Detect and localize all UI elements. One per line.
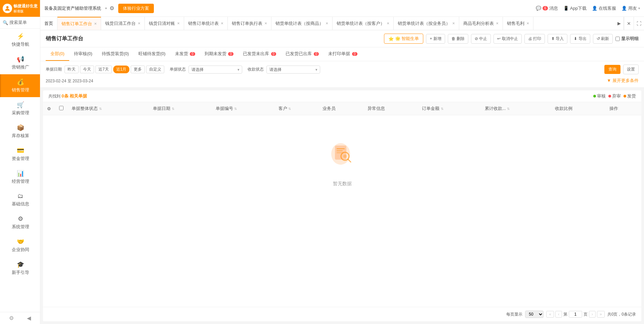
empty-state: 暂无数据 <box>43 115 641 207</box>
tab-cash-reconcile-close[interactable]: ✕ <box>177 22 180 25</box>
date-yesterday-btn[interactable]: 昨天 <box>65 66 79 73</box>
search-row2: 2023-02-24 至 2023-03-24 ▼ 展开更多条件 <box>46 77 639 84</box>
first-page-button[interactable]: « <box>546 311 554 318</box>
tab-product-margin[interactable]: 商品毛利分析表 ✕ <box>459 17 503 30</box>
sidebar-item-basic[interactable]: 🗂 基础信息 <box>0 189 40 211</box>
delete-button[interactable]: 🗑 删除 <box>448 34 468 44</box>
select-all-checkbox[interactable] <box>59 106 63 110</box>
prev-page-button[interactable]: ‹ <box>555 311 562 318</box>
sidebar-item-system[interactable]: ⚙ 系统管理 <box>0 211 40 234</box>
cancel-suspend-button[interactable]: ↩ 取消中止 <box>493 34 521 44</box>
col-customer-sort[interactable]: ⇅ <box>288 107 291 111</box>
batch-ship-btn[interactable]: 发货 <box>624 93 636 99</box>
query-button[interactable]: 查询 <box>604 65 620 74</box>
online-service-button[interactable]: 👤 在线客服 <box>592 5 616 11</box>
show-detail-checkbox-label[interactable]: 显示明细 <box>615 36 639 42</box>
tab-sales-stats-product[interactable]: 销货单统计表（按商品） ✕ <box>271 17 333 30</box>
page-nav: « ‹ 第 页 › » <box>546 311 604 318</box>
suspend-button[interactable]: ⊘ 中止 <box>471 34 491 44</box>
settings-button[interactable]: 设置 <box>623 65 639 74</box>
sidebar-item-quick[interactable]: ⚡ 快捷导航 <box>0 29 40 51</box>
col-date-label: 单据日期 <box>153 106 170 111</box>
tab-sales-stats-staff[interactable]: 销货单统计表（按业务员） ✕ <box>394 17 459 30</box>
sidebar-item-sales[interactable]: 💰 销售管理 <box>0 74 40 97</box>
star-icon: ⭐ <box>388 36 394 41</box>
payment-select[interactable]: 请选择 <box>266 66 320 74</box>
filter-tab-not-shipped[interactable]: 未发货 0 <box>170 47 200 61</box>
batch-cancel-review-btn[interactable]: 弃审 <box>608 93 621 99</box>
date-today-btn[interactable]: 今天 <box>80 66 94 73</box>
sidebar-item-enterprise[interactable]: 🤝 企业协同 <box>0 234 40 257</box>
tab-cash-daily-close[interactable]: ✕ <box>138 22 140 25</box>
add-button[interactable]: + 新增 <box>426 34 445 44</box>
batch-review-btn[interactable]: 审核 <box>593 93 606 99</box>
tab-sales-stats-customer[interactable]: 销货单统计表（按客户） ✕ <box>333 17 394 30</box>
filter-tab-pending-review[interactable]: 待审核(0) <box>69 47 97 61</box>
col-status-sort[interactable]: ⇅ <box>99 107 102 111</box>
tab-sales-stats-close[interactable]: ✕ <box>221 22 223 25</box>
filter-tab-all[interactable]: 全部(0) <box>46 47 69 61</box>
col-amount-sort[interactable]: ⇅ <box>441 107 443 111</box>
show-detail-checkbox[interactable] <box>615 37 620 41</box>
tab-close-current-button[interactable]: ✕ <box>624 17 634 30</box>
tab-sales-exec[interactable]: 销售订单执行表 ✕ <box>228 17 271 30</box>
filter-tab-shipped-not-out[interactable]: 已发货未出库 0 <box>238 47 281 61</box>
tab-sales-workbench[interactable]: 销售订单工作台 ✕ <box>57 17 101 30</box>
col-number-sort[interactable]: ⇅ <box>234 107 237 111</box>
col-collected-sort[interactable]: ⇅ <box>507 107 510 111</box>
sidebar-item-inventory[interactable]: 📦 库存核算 <box>0 120 40 143</box>
print-button[interactable]: 🖨 打印 <box>524 34 545 44</box>
user-menu-button[interactable]: 👤 用友 ▾ <box>621 5 640 11</box>
next-page-button[interactable]: › <box>589 311 596 318</box>
date-custom-btn[interactable]: 自定义 <box>146 66 164 73</box>
filter-tab-wangpu[interactable]: 旺铺待发货(0) <box>134 47 170 61</box>
col-operation-label: 操作 <box>609 106 618 111</box>
expand-conditions-button[interactable]: ▼ 展开更多条件 <box>607 78 639 84</box>
date-more-btn[interactable]: 更多 <box>131 66 145 73</box>
filter-tab-shipped-out[interactable]: 已发货已出库 0 <box>281 47 324 61</box>
topbar-settings-icon[interactable]: ⚙ <box>110 5 114 11</box>
tab-sales-stats-staff-close[interactable]: ✕ <box>452 22 455 25</box>
tab-sales-exec-close[interactable]: ✕ <box>264 22 267 25</box>
date-7days-btn[interactable]: 近7天 <box>95 66 112 73</box>
tab-home[interactable]: 首页 <box>40 17 57 30</box>
sidebar-item-finance[interactable]: 💳 资金管理 <box>0 143 40 166</box>
export-button[interactable]: ⬇ 导出 <box>570 34 590 44</box>
tab-cash-daily[interactable]: 钱货日清工作台 ✕ <box>101 17 145 30</box>
sidebar-item-purchase[interactable]: 🛒 采购管理 <box>0 97 40 120</box>
tab-sales-stats-product-close[interactable]: ✕ <box>326 22 328 25</box>
col-date-sort[interactable]: ⇅ <box>172 107 174 111</box>
smart-create-button[interactable]: ⭐ 🌟 智能生单 <box>384 34 424 44</box>
import-button[interactable]: ⬆ 导入 <box>548 34 567 44</box>
page-input[interactable] <box>569 311 582 318</box>
tab-sales-profit-close[interactable]: ✕ <box>526 22 529 25</box>
tab-sales-stats-customer-close[interactable]: ✕ <box>387 22 389 25</box>
settings-bottom-icon[interactable]: ⚙ <box>9 315 14 321</box>
status-select[interactable]: 请选择 <box>188 66 242 74</box>
collapse-icon[interactable]: ◀ <box>27 315 31 321</box>
app-download-button[interactable]: 📱 App下载 <box>563 5 587 11</box>
last-page-button[interactable]: » <box>597 311 605 318</box>
sidebar-search-label: 搜索菜单 <box>9 19 27 26</box>
tab-sales-profit[interactable]: 销售毛利 ✕ <box>503 17 533 30</box>
tab-sales-workbench-close[interactable]: ✕ <box>94 22 97 26</box>
search-icon: 🔍 <box>3 20 8 25</box>
tab-more-button[interactable]: ▶ <box>615 17 624 30</box>
tab-fullscreen-button[interactable]: ⛶ <box>634 17 644 30</box>
sidebar-item-business[interactable]: 📊 经营管理 <box>0 166 40 189</box>
filter-tab-overdue[interactable]: 到期未发货 0 <box>200 47 238 61</box>
date-1month-btn[interactable]: 近1月 <box>113 66 130 73</box>
industry-solution-button[interactable]: 体验行业方案 <box>118 4 154 13</box>
tab-sales-stats[interactable]: 销售订单统计表 ✕ <box>184 17 228 30</box>
sidebar-item-marketing[interactable]: 📢 营销推广 <box>0 51 40 74</box>
tab-product-margin-close[interactable]: ✕ <box>496 22 499 25</box>
topbar-dropdown-arrow[interactable]: ▾ <box>105 6 107 10</box>
sidebar-search[interactable]: 🔍 搜索菜单 <box>0 17 40 29</box>
tab-cash-reconcile[interactable]: 钱货日清对账 ✕ <box>145 17 184 30</box>
message-button[interactable]: 💬 6 消息 <box>536 5 558 11</box>
per-page-select[interactable]: 10 20 50 100 <box>525 311 544 318</box>
sidebar-item-guide[interactable]: 🎓 新手引导 <box>0 257 40 280</box>
refresh-button[interactable]: ↺ 刷新 <box>593 34 613 44</box>
filter-tab-pending-inspect[interactable]: 待拣货装货(0) <box>97 47 134 61</box>
filter-tab-unprinted[interactable]: 未打印单据 0 <box>324 47 362 61</box>
